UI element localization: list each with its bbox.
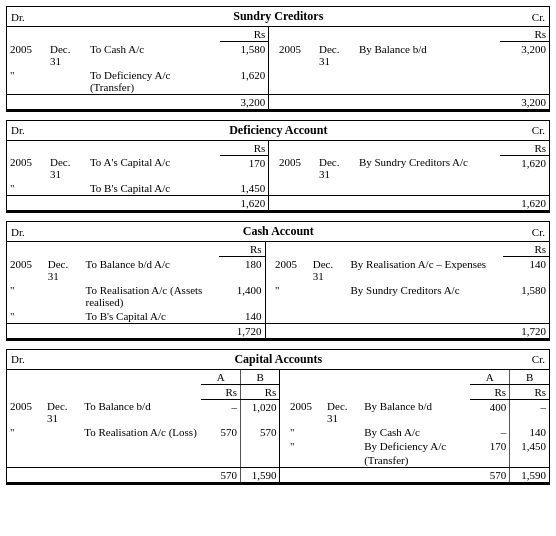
cash-dr-part-2: To Realisation A/c (Assets realised)	[83, 283, 219, 309]
capital-cr-col-b-header: B	[510, 370, 549, 385]
sundry-cr-total: 3,200	[500, 94, 549, 110]
capital-dr-rs-b: Rs	[241, 384, 280, 399]
deficiency-dr-date2-1: Dec. 31	[47, 155, 87, 181]
cash-rs-header-row: Rs Rs	[7, 242, 549, 257]
deficiency-row-2: " To B's Capital A/c 1,450	[7, 181, 549, 196]
sundry-cr-date1-1: 2005	[276, 42, 316, 68]
capital-dr-a-1: –	[201, 399, 240, 425]
deficiency-dr-date1-2: "	[7, 181, 47, 196]
deficiency-total-row: 1,620 1,620	[7, 196, 549, 212]
deficiency-account-block: Dr. Deficiency Account Cr. Rs Rs 2005 De…	[6, 120, 550, 214]
capital-cr-b-1: –	[510, 399, 549, 425]
sundry-cr-part-1: By Balance b/d	[356, 42, 500, 68]
deficiency-title: Deficiency Account	[25, 123, 532, 138]
capital-cr-total-b: 1,590	[510, 468, 549, 484]
capital-dr-b-2: 570	[241, 425, 280, 439]
cash-dr-amt-3: 140	[219, 309, 265, 324]
capital-dr-label: Dr.	[11, 353, 25, 365]
deficiency-dr-amt-2: 1,450	[220, 181, 269, 196]
sundry-creditors-title: Sundry Creditors	[25, 9, 532, 24]
sundry-dr-rs: Rs	[220, 27, 269, 42]
cash-dr-date1-2: "	[7, 283, 45, 309]
cash-cr-date1-2: "	[272, 283, 310, 309]
deficiency-cr-amt-1: 1,620	[500, 155, 549, 181]
capital-dr-total-a: 570	[201, 468, 240, 484]
capital-cr-date1-3: "	[287, 439, 324, 453]
capital-cr-col-a-header: A	[470, 370, 509, 385]
capital-cr-date1-2: "	[287, 425, 324, 439]
capital-title-row: Dr. Capital Accounts Cr.	[7, 350, 549, 370]
deficiency-dr-part-2: To B's Capital A/c	[87, 181, 220, 196]
cash-cr-part-1: By Realisation A/c – Expenses	[347, 257, 502, 283]
cash-dr-rs: Rs	[219, 242, 265, 257]
cash-dr-part-1: To Balance b/d A/c	[83, 257, 219, 283]
cash-row-1: 2005 Dec. 31 To Balance b/d A/c 180 2005…	[7, 257, 549, 283]
capital-dr-date1-1: 2005	[7, 399, 44, 425]
capital-cr-b-2: 140	[510, 425, 549, 439]
capital-cr-a-1: 400	[470, 399, 509, 425]
sundry-dr-total: 3,200	[220, 94, 269, 110]
deficiency-rs-header-row: Rs Rs	[7, 141, 549, 156]
cash-cr-rs: Rs	[503, 242, 549, 257]
cash-cr-total: 1,720	[503, 323, 549, 339]
sundry-cr-label: Cr.	[532, 11, 545, 23]
cash-cr-date1-1: 2005	[272, 257, 310, 283]
deficiency-cr-label: Cr.	[532, 124, 545, 136]
sundry-row-2: " To Deficiency A/c (Transfer) 1,620	[7, 68, 549, 95]
deficiency-dr-rs: Rs	[220, 141, 269, 156]
capital-dr-total-b: 1,590	[241, 468, 280, 484]
deficiency-table: Rs Rs 2005 Dec. 31 To A's Capital A/c 17…	[7, 141, 549, 213]
cash-total-row: 1,720 1,720	[7, 323, 549, 339]
capital-dr-rs-a: Rs	[201, 384, 240, 399]
sundry-dr-label: Dr.	[11, 11, 25, 23]
sundry-dr-date2-1: Dec. 31	[47, 42, 87, 68]
capital-dr-col-a-header: A	[201, 370, 240, 385]
sundry-dr-date1-2: "	[7, 68, 47, 95]
cash-dr-label: Dr.	[11, 226, 25, 238]
cash-dr-amt-2: 1,400	[219, 283, 265, 309]
deficiency-dr-total: 1,620	[220, 196, 269, 212]
sundry-cr-amt-1: 3,200	[500, 42, 549, 68]
deficiency-cr-date1-1: 2005	[276, 155, 316, 181]
cash-title: Cash Account	[25, 224, 532, 239]
sundry-row-1: 2005 Dec. 31 To Cash A/c 1,580 2005 Dec.…	[7, 42, 549, 68]
sundry-cr-rs: Rs	[500, 27, 549, 42]
deficiency-dr-label: Dr.	[11, 124, 25, 136]
capital-accounts-block: Dr. Capital Accounts Cr. A B A B	[6, 349, 550, 486]
capital-row-2: " To Realisation A/c (Loss) 570 570 " By…	[7, 425, 549, 439]
cash-account-block: Dr. Cash Account Cr. Rs Rs 2005 Dec. 31 …	[6, 221, 550, 341]
sundry-cr-date2-1: Dec. 31	[316, 42, 356, 68]
capital-dr-date2-1: Dec. 31	[44, 399, 81, 425]
capital-cr-part-3: By Deficiency A/c	[361, 439, 470, 453]
cash-cr-date2-1: Dec. 31	[310, 257, 348, 283]
cash-cr-amt-1: 140	[503, 257, 549, 283]
cash-cr-amt-2: 1,580	[503, 283, 549, 309]
capital-cr-date1-1: 2005	[287, 399, 324, 425]
capital-row-3: " By Deficiency A/c 170 1,450	[7, 439, 549, 453]
sundry-rs-header-row: Rs Rs	[7, 27, 549, 42]
sundry-dr-part-1: To Cash A/c	[87, 42, 220, 68]
cash-dr-part-3: To B's Capital A/c	[83, 309, 219, 324]
cash-table: Rs Rs 2005 Dec. 31 To Balance b/d A/c 18…	[7, 242, 549, 340]
sundry-creditors-block: Dr. Sundry Creditors Cr. Rs Rs 2005 Dec.…	[6, 6, 550, 112]
sundry-dr-date1-1: 2005	[7, 42, 47, 68]
capital-dr-date1-2: "	[7, 425, 44, 439]
sundry-total-row: 3,200 3,200	[7, 94, 549, 110]
cash-cr-part-2: By Sundry Creditors A/c	[347, 283, 502, 309]
cash-cr-label: Cr.	[532, 226, 545, 238]
deficiency-cr-total: 1,620	[500, 196, 549, 212]
deficiency-title-row: Dr. Deficiency Account Cr.	[7, 121, 549, 141]
capital-cr-date2-1: Dec. 31	[324, 399, 361, 425]
sundry-creditors-table: Rs Rs 2005 Dec. 31 To Cash A/c 1,580 200…	[7, 27, 549, 111]
capital-cr-rs-a: Rs	[470, 384, 509, 399]
capital-cr-rs-b: Rs	[510, 384, 549, 399]
deficiency-cr-date2-1: Dec. 31	[316, 155, 356, 181]
cash-dr-date1-1: 2005	[7, 257, 45, 283]
deficiency-cr-rs: Rs	[500, 141, 549, 156]
sundry-dr-part-2: To Deficiency A/c (Transfer)	[87, 68, 220, 95]
capital-title: Capital Accounts	[25, 352, 532, 367]
cash-dr-total: 1,720	[219, 323, 265, 339]
capital-cr-a-2: –	[470, 425, 509, 439]
capital-row-4: (Transfer)	[7, 453, 549, 468]
capital-dr-col-b-header: B	[241, 370, 280, 385]
